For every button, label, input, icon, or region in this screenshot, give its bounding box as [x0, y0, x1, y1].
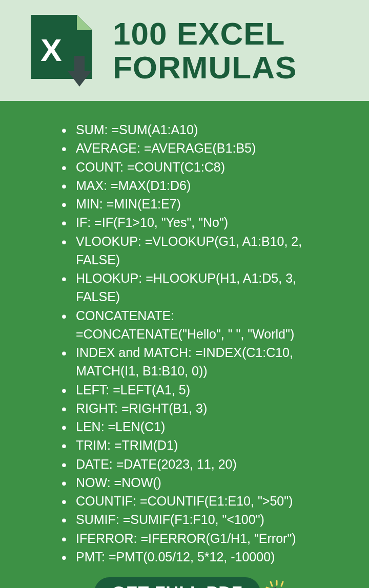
list-item: LEFT: =LEFT(A1, 5) — [61, 381, 323, 399]
header: X 100 EXCEL FORMULAS — [0, 0, 369, 105]
svg-line-1 — [271, 582, 272, 586]
list-item: SUMIF: =SUMIF(F1:F10, "<100") — [61, 510, 323, 529]
list-item: AVERAGE: =AVERAGE(B1:B5) — [61, 139, 323, 157]
list-item: PMT: =PMT(0.05/12, 5*12, -10000) — [61, 548, 323, 566]
page-title: 100 EXCEL FORMULAS — [113, 17, 348, 83]
list-item: NOW: =NOW() — [61, 473, 323, 492]
svg-text:X: X — [40, 32, 61, 68]
list-item: RIGHT: =RIGHT(B1, 3) — [61, 399, 323, 417]
get-full-pdf-button[interactable]: GET FULL PDF — [94, 577, 260, 588]
list-item: HLOOKUP: =HLOOKUP(H1, A1:D5, 3, FALSE) — [61, 269, 323, 306]
list-item: VLOOKUP: =VLOOKUP(G1, A1:B10, 2, FALSE) — [61, 232, 323, 269]
list-item: TRIM: =TRIM(D1) — [61, 436, 323, 454]
list-item: INDEX and MATCH: =INDEX(C1:C10, MATCH(I1… — [61, 343, 323, 381]
list-item: IF: =IF(F1>10, "Yes", "No") — [61, 213, 323, 232]
list-item: SUM: =SUM(A1:A10) — [61, 120, 323, 139]
list-item: DATE: =DATE(2023, 11, 20) — [61, 455, 323, 473]
list-item: COUNT: =COUNT(C1:C8) — [61, 158, 323, 176]
svg-line-3 — [281, 582, 283, 586]
cta-container: GET FULL PDF — [61, 577, 323, 588]
list-item: LEN: =LEN(C1) — [61, 417, 323, 436]
list-item: MIN: =MIN(E1:E7) — [61, 195, 323, 213]
list-item: MAX: =MAX(D1:D6) — [61, 176, 323, 195]
content-area: SUM: =SUM(A1:A10) AVERAGE: =AVERAGE(B1:B… — [0, 105, 369, 588]
excel-file-download-icon: X — [26, 12, 97, 89]
list-item: IFERROR: =IFERROR(G1/H1, "Error") — [61, 529, 323, 548]
click-cursor-icon — [264, 580, 290, 589]
list-item: CONCATENATE: =CONCATENATE("Hello", " ", … — [61, 306, 323, 344]
list-item: COUNTIF: =COUNTIF(E1:E10, ">50") — [61, 492, 323, 510]
formula-list: SUM: =SUM(A1:A10) AVERAGE: =AVERAGE(B1:B… — [61, 120, 323, 566]
